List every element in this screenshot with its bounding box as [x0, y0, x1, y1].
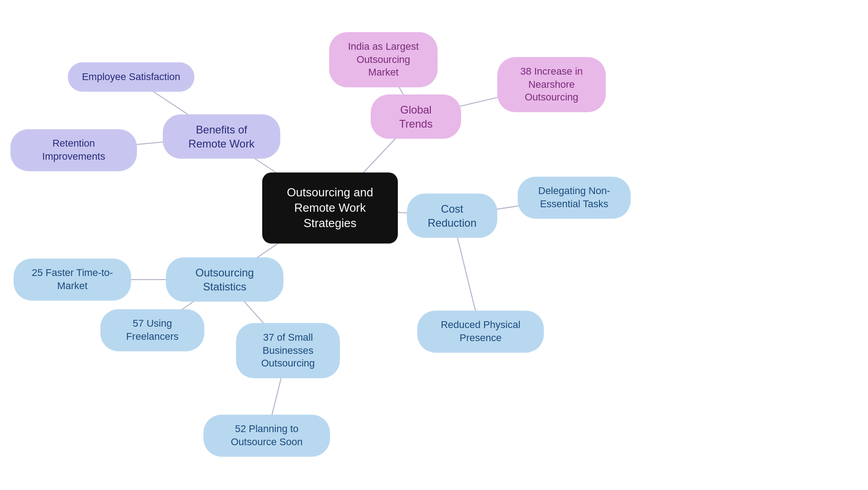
retention-improvements-node[interactable]: Retention Improvements — [10, 129, 137, 171]
india-largest-node[interactable]: India as Largest Outsourcing Market — [329, 32, 438, 87]
benefits-of-remote-work-node[interactable]: Benefits of Remote Work — [163, 114, 280, 159]
employee-satisfaction-node[interactable]: Employee Satisfaction — [68, 62, 194, 92]
using-freelancers-node[interactable]: 57 Using Freelancers — [100, 309, 204, 351]
mindmap-canvas: Outsourcing and Remote Work StrategiesEm… — [0, 0, 868, 490]
small-businesses-outsourcing-node[interactable]: 37 of Small Businesses Outsourcing — [236, 323, 340, 378]
planning-to-outsource-node[interactable]: 52 Planning to Outsource Soon — [203, 414, 330, 457]
center-node[interactable]: Outsourcing and Remote Work Strategies — [262, 172, 398, 243]
delegating-non-essential-node[interactable]: Delegating Non-Essential Tasks — [518, 176, 631, 219]
faster-time-to-market-node[interactable]: 25 Faster Time-to-Market — [14, 258, 131, 300]
reduced-physical-presence-node[interactable]: Reduced Physical Presence — [417, 310, 544, 352]
nearshore-outsourcing-node[interactable]: 38 Increase in Nearshore Outsourcing — [497, 57, 606, 112]
global-trends-node[interactable]: Global Trends — [371, 95, 461, 139]
cost-reduction-node[interactable]: Cost Reduction — [407, 194, 497, 238]
outsourcing-statistics-node[interactable]: Outsourcing Statistics — [166, 257, 283, 302]
